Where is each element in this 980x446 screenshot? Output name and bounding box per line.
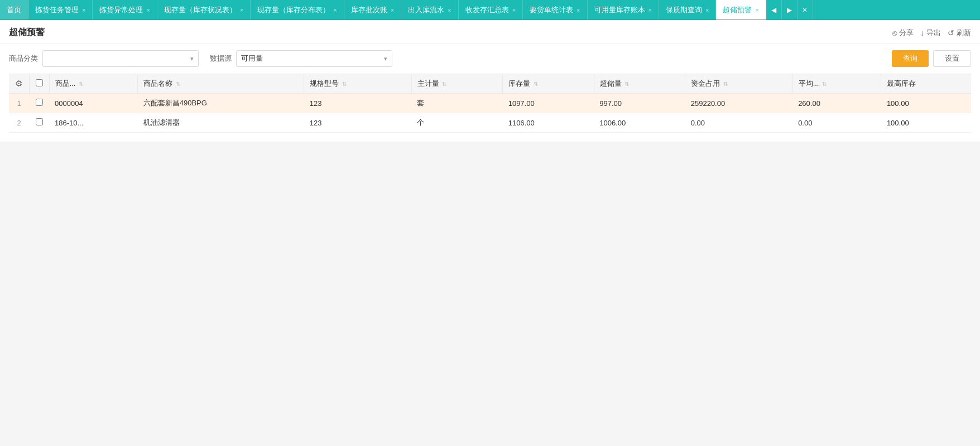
share-button[interactable]: ⎋ 分享 — [892, 28, 914, 38]
table-container: ⚙ 商品... ⇅ 商品名称 ⇅ 规格型号 ⇅ — [0, 74, 980, 142]
row-checkbox[interactable] — [36, 118, 43, 125]
nav-label-stock-dist: 现存量（库存分布表） — [257, 5, 330, 15]
max-stock-cell: 100.00 — [881, 113, 971, 133]
product-code-cell: 186-10... — [49, 113, 138, 133]
product-name-header[interactable]: 商品名称 ⇅ — [138, 74, 304, 94]
table-row: 1 0000004 六配套新昌490BPG 123 套 1097.00 997.… — [9, 94, 971, 113]
close-icon[interactable]: × — [577, 7, 580, 13]
capital-cell: 0.00 — [685, 113, 792, 133]
close-icon[interactable]: × — [240, 7, 243, 13]
close-icon[interactable]: × — [391, 7, 394, 13]
unit-cell: 套 — [411, 94, 503, 113]
nav-label-overstock: 超储预警 — [723, 5, 752, 15]
table-header-row: ⚙ 商品... ⇅ 商品名称 ⇅ 规格型号 ⇅ — [9, 74, 971, 94]
category-select[interactable]: ▾ — [42, 50, 199, 67]
refresh-label: 刷新 — [957, 28, 971, 38]
nav-item-avail-book[interactable]: 可用量库存账本 × — [588, 0, 659, 20]
page-header: 超储预警 ⎋ 分享 ↓ 导出 ↺ 刷新 — [0, 20, 980, 43]
spec-header[interactable]: 规格型号 ⇅ — [304, 74, 411, 94]
page-title: 超储预警 — [9, 27, 45, 38]
data-table: ⚙ 商品... ⇅ 商品名称 ⇅ 规格型号 ⇅ — [9, 74, 971, 133]
avg-header[interactable]: 平均... ⇅ — [792, 74, 881, 94]
nav-item-abnormal[interactable]: 拣货异常处理 × — [93, 0, 157, 20]
close-icon[interactable]: × — [333, 7, 337, 13]
sort-icon: ⇅ — [342, 81, 347, 87]
nav-label-inout-flow: 出入库流水 — [408, 5, 444, 15]
nav-item-inout-flow[interactable]: 出入库流水 × — [401, 0, 458, 20]
sort-icon: ⇅ — [723, 81, 728, 87]
product-code-cell: 0000004 — [49, 94, 138, 113]
max-stock-cell: 100.00 — [881, 94, 971, 113]
nav-label-batch: 库存批次账 — [351, 5, 387, 15]
sort-icon: ⇅ — [534, 81, 538, 87]
chevron-down-icon: ▾ — [384, 55, 387, 62]
product-name-cell: 六配套新昌490BPG — [138, 94, 304, 113]
close-icon[interactable]: × — [448, 7, 451, 13]
nav-item-order-stat[interactable]: 要货单统计表 × — [523, 0, 587, 20]
unit-cell: 个 — [411, 113, 503, 133]
sort-icon: ⇅ — [822, 81, 827, 87]
datasource-filter-label: 数据源 — [210, 54, 232, 64]
avg-cell: 0.00 — [792, 113, 881, 133]
export-label: 导出 — [926, 28, 941, 38]
gear-icon[interactable]: ⚙ — [15, 79, 22, 88]
nav-label-abnormal: 拣货异常处理 — [99, 5, 143, 15]
nav-item-task-mgmt[interactable]: 拣货任务管理 × — [28, 0, 93, 20]
spec-cell: 123 — [304, 113, 411, 133]
sort-icon: ⇅ — [624, 81, 629, 87]
share-icon: ⎋ — [892, 28, 897, 37]
top-navigation: 首页 拣货任务管理 × 拣货异常处理 × 现存量（库存状况表） × 现存量（库存… — [0, 0, 980, 20]
nav-item-collect[interactable]: 收发存汇总表 × — [459, 0, 523, 20]
nav-label-avail-book: 可用量库存账本 — [594, 5, 645, 15]
settings-button[interactable]: 设置 — [933, 50, 971, 67]
nav-arrow-left[interactable]: ◀ — [766, 0, 782, 20]
product-code-header[interactable]: 商品... ⇅ — [49, 74, 138, 94]
category-filter: 商品分类 ▾ — [9, 50, 199, 67]
checkbox-column-header — [29, 74, 49, 94]
close-icon[interactable]: × — [146, 7, 150, 13]
sort-icon: ⇅ — [442, 81, 446, 87]
nav-item-batch[interactable]: 库存批次账 × — [344, 0, 401, 20]
nav-item-overstock[interactable]: 超储预警 × — [716, 0, 766, 20]
sort-icon: ⇅ — [176, 81, 180, 87]
close-icon[interactable]: × — [648, 7, 652, 13]
select-all-checkbox[interactable] — [36, 79, 43, 86]
datasource-filter: 数据源 可用量 ▾ — [210, 50, 392, 67]
nav-arrow-close[interactable]: ✕ — [798, 0, 813, 20]
export-button[interactable]: ↓ 导出 — [920, 28, 941, 38]
query-button[interactable]: 查询 — [892, 50, 929, 67]
close-icon[interactable]: × — [705, 7, 709, 13]
nav-label-stock-status: 现存量（库存状况表） — [164, 5, 237, 15]
close-icon[interactable]: × — [512, 7, 516, 13]
nav-label-quality: 保质期查询 — [666, 5, 702, 15]
stock-cell: 1106.00 — [503, 113, 594, 133]
capital-header[interactable]: 资金占用 ⇅ — [685, 74, 792, 94]
nav-arrow-right[interactable]: ▶ — [782, 0, 798, 20]
max-stock-header: 最高库存 — [881, 74, 971, 94]
row-checkbox[interactable] — [36, 99, 43, 106]
capital-cell: 259220.00 — [685, 94, 792, 113]
nav-item-home[interactable]: 首页 — [0, 0, 28, 20]
header-actions: ⎋ 分享 ↓ 导出 ↺ 刷新 — [892, 28, 971, 38]
stock-header[interactable]: 库存量 ⇅ — [503, 74, 594, 94]
close-icon[interactable]: × — [755, 7, 758, 13]
overstock-cell: 1006.00 — [594, 113, 685, 133]
row-checkbox-cell — [29, 113, 49, 133]
close-icon[interactable]: × — [82, 7, 85, 13]
overstock-header[interactable]: 超储量 ⇅ — [594, 74, 685, 94]
nav-item-stock-dist[interactable]: 现存量（库存分布表） × — [251, 0, 344, 20]
refresh-icon: ↺ — [948, 28, 954, 37]
datasource-select[interactable]: 可用量 ▾ — [236, 50, 392, 67]
datasource-select-value: 可用量 — [241, 54, 263, 64]
row-checkbox-cell — [29, 94, 49, 113]
table-row: 2 186-10... 机油滤清器 123 个 1106.00 1006.00 … — [9, 113, 971, 133]
unit-header[interactable]: 主计量 ⇅ — [411, 74, 503, 94]
row-index: 1 — [9, 94, 29, 113]
refresh-button[interactable]: ↺ 刷新 — [948, 28, 971, 38]
nav-label-collect: 收发存汇总表 — [465, 5, 509, 15]
nav-item-stock-status[interactable]: 现存量（库存状况表） × — [157, 0, 251, 20]
overstock-cell: 997.00 — [594, 94, 685, 113]
settings-column-header: ⚙ — [9, 74, 29, 94]
nav-item-quality[interactable]: 保质期查询 × — [659, 0, 716, 20]
share-label: 分享 — [899, 28, 914, 38]
